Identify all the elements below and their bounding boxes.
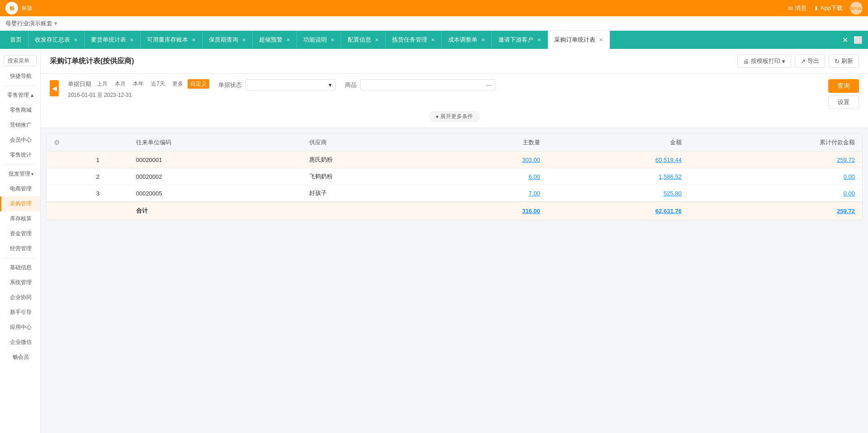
tab-cost-adjust[interactable]: 成本调整单 ✕ [442,31,492,49]
filter-date-block: 单据日期 上月 本月 本年 近7天 更多 自定义 2016-01-01 至 20… [68,79,209,99]
sidebar-item-finance[interactable]: 资金管理 [0,226,40,241]
sidebar-divider-2 [4,164,37,165]
tab-receive-send[interactable]: 收发存汇总表 ✕ [28,31,85,49]
table-settings-icon[interactable]: ⚙ [54,138,60,146]
tab-invite-downstream[interactable]: 邀请下游客户 ✕ [492,31,548,49]
close-tab-receive-send[interactable]: ✕ [74,37,78,43]
row1-amount[interactable]: 60,519.44 [547,152,689,168]
row1-code: 00020001 [129,152,302,168]
row3-amount[interactable]: 525.80 [547,185,689,202]
expand-more-btn[interactable]: ▾ 展开更多条件 [429,111,480,122]
settings-button[interactable]: 设置 [828,95,859,109]
close-tab-expiry-query[interactable]: ✕ [242,37,246,43]
workspace-label: 母婴行业演示账套 [5,19,52,28]
close-tab-cost-adjust[interactable]: ✕ [481,37,485,43]
col-supplier: 供应商 [302,134,434,152]
date-range-display[interactable]: 2016-01-01 至 2023-12-31 [68,91,209,99]
date-shortcuts: 上月 本月 本年 近7天 更多 自定义 [94,79,209,89]
page-title: 采购订单统计表(按供应商) [50,57,134,66]
maximize-btn[interactable]: ⬜ [852,34,864,46]
main-content: 采购订单统计表(按供应商) 🖨 按模板打印 ▾ ↗ 导出 ↻ 刷新 [41,49,868,433]
tab-overstock[interactable]: 超储预警 ✕ [253,31,297,49]
footer-paid-amount: 259.72 [689,202,862,220]
row2-quantity[interactable]: 6.00 [434,168,547,185]
sidebar-item-operations[interactable]: 经营管理 [0,241,40,256]
message-btn[interactable]: ✉ 消息 [788,4,807,12]
sidebar-item-app-center[interactable]: 应用中心 [0,320,40,335]
sidebar-item-newbie[interactable]: 新手引导 [0,305,40,320]
tab-expiry-query[interactable]: 保质期查询 ✕ [203,31,253,49]
date-shortcut-this-month[interactable]: 本月 [112,79,128,89]
logo-icon: 畅 [5,2,18,14]
row2-paid-amount[interactable]: 0.00 [689,168,862,185]
date-shortcut-more[interactable]: 更多 [170,79,186,89]
chevron-down-icon: ▲ [30,93,34,98]
date-shortcut-this-year[interactable]: 本年 [130,79,146,89]
app-title: 标版 [22,5,33,12]
row1-paid-amount[interactable]: 259.72 [689,152,862,168]
row2-amount[interactable]: 1,586.52 [547,168,689,185]
table-container: ⚙ 往来单位编码 供应商 主数量 金额 累计付款金额 [47,134,862,220]
sidebar-item-ecommerce[interactable]: 电商管理 [0,181,40,196]
user-avatar[interactable]: demo2 [850,2,863,14]
tab-picking-task[interactable]: 拣货任务管理 ✕ [386,31,442,49]
export-button[interactable]: ↗ 导出 [795,54,825,68]
sidebar-item-purchase[interactable]: 采购管理 [0,196,40,211]
close-all-tabs-btn[interactable]: ✕ [840,34,850,46]
close-tab-overstock[interactable]: ✕ [286,37,290,43]
workspace-selector[interactable]: 母婴行业演示账套 ▾ [5,19,57,28]
sidebar-item-enterprise-wechat[interactable]: 企业微信 [0,335,40,350]
sidebar-item-retail[interactable]: 零售管理 ▲ [0,88,40,103]
tab-purchase-order-stats[interactable]: 采购订单统计表 ✕ [548,31,610,49]
row2-supplier: 飞鹤奶粉 [302,168,434,185]
sidebar-item-system[interactable]: 系统管理 [0,275,40,290]
close-tab-config-info[interactable]: ✕ [375,37,379,43]
query-button[interactable]: 查询 [828,79,859,93]
close-tab-picking-task[interactable]: ✕ [431,37,435,43]
sidebar-item-marketing[interactable]: 营销推广 [0,118,40,133]
print-button[interactable]: 🖨 按模板打印 ▾ [737,54,791,68]
sidebar: 快捷导航 零售管理 ▲ 零售商城 营销推广 会员中心 零售统计 批发管理 ▾ 电… [0,49,41,433]
custom-date-badge[interactable]: 自定义 [188,79,209,89]
date-shortcut-7days[interactable]: 近7天 [148,79,168,89]
sidebar-item-members[interactable]: 会员中心 [0,133,40,148]
top-bar: 畅 标版 ✉ 消息 ⬇ App下载 demo2 [0,0,868,16]
close-tab-purchase-stats[interactable]: ✕ [130,37,134,43]
table-row: 2 00020002 飞鹤奶粉 6.00 1,586.52 0.00 [47,168,862,185]
row1-quantity[interactable]: 303.00 [434,152,547,168]
close-tab-available-stock[interactable]: ✕ [192,37,196,43]
date-shortcut-last-month[interactable]: 上月 [94,79,110,89]
status-select[interactable]: ▾ [245,79,336,90]
print-icon: 🖨 [743,58,749,65]
sidebar-item-retail-stats[interactable]: 零售统计 [0,148,40,162]
table-footer: 合计 316.00 62,631.76 259.72 [47,202,862,220]
tab-home[interactable]: 首页 [4,31,28,49]
tab-available-stock[interactable]: 可用量库存账本 ✕ [141,31,203,49]
table-body: 1 00020001 惠氏奶粉 303.00 60,519.44 259.72 … [47,152,862,202]
filter-collapse-btn[interactable]: ◀ [50,80,59,96]
app-download-btn[interactable]: ⬇ App下载 [814,4,843,12]
search-input[interactable] [4,55,37,66]
tab-function-desc[interactable]: 功能说明 ✕ [297,31,341,49]
row2-settings [47,168,67,185]
goods-select[interactable]: ··· [360,79,496,90]
sidebar-item-enterprise[interactable]: 企业协同 [0,290,40,305]
close-tab-purchase-order-stats[interactable]: ✕ [599,37,603,43]
sidebar-item-basic-info[interactable]: 基础信息 [0,260,40,275]
footer-amount: 62,631.76 [547,202,689,220]
sidebar-item-vip[interactable]: 畅会员 [0,350,40,365]
col-code: 往来单位编码 [129,134,302,152]
close-tab-function-desc[interactable]: ✕ [330,37,335,43]
tab-purchase-stats[interactable]: 要货单统计表 ✕ [85,31,141,49]
filter-goods-block: 商品 ··· [345,79,819,90]
close-tab-invite-downstream[interactable]: ✕ [537,37,541,43]
sidebar-item-inventory[interactable]: 库存核算 [0,211,40,226]
sidebar-item-retail-mall[interactable]: 零售商城 [0,103,40,118]
tab-config-info[interactable]: 配置信息 ✕ [341,31,386,49]
row3-quantity[interactable]: 7.00 [434,185,547,202]
row3-paid-amount[interactable]: 0.00 [689,185,862,202]
refresh-button[interactable]: ↻ 刷新 [829,54,859,68]
sidebar-item-quick-nav[interactable]: 快捷导航 [0,69,40,84]
sidebar-item-wholesale[interactable]: 批发管理 ▾ [0,167,40,181]
status-select-chevron: ▾ [329,81,332,88]
